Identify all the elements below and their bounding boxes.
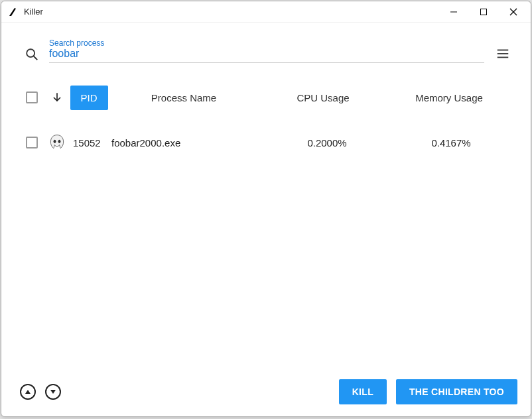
search-field[interactable]: Search process [49,38,484,63]
svg-rect-1 [480,9,486,15]
content-area: Search process PID Process Na [1,23,531,374]
cell-pid: 15052 [70,137,107,149]
titlebar: Killer [1,1,531,23]
kill-button[interactable]: KILL [339,379,387,404]
table-header: PID Process Name CPU Usage Memory Usage [20,83,512,112]
kill-children-button[interactable]: THE CHILDREN TOO [396,379,517,404]
svg-line-5 [34,56,38,60]
window-controls [438,2,528,22]
sort-direction-icon[interactable] [44,91,70,104]
select-all-checkbox[interactable] [20,91,44,103]
menu-button[interactable] [494,44,512,63]
close-button[interactable] [498,2,528,22]
row-checkbox[interactable] [20,137,44,149]
maximize-button[interactable] [468,2,498,22]
cell-mem: 0.4167% [390,137,512,149]
svg-marker-12 [25,390,31,394]
app-icon [8,7,19,17]
svg-point-11 [58,140,61,143]
window-title: Killer [24,7,438,17]
search-icon [24,47,40,63]
search-row: Search process [20,34,512,67]
scroll-down-button[interactable] [45,384,61,400]
pid-header-chip: PID [70,86,108,110]
svg-point-4 [27,49,34,57]
search-input[interactable] [49,48,484,61]
table-row[interactable]: 15052 foobar2000.exe 0.2000% 0.4167% [20,129,512,156]
footer: KILL THE CHILDREN TOO [1,374,531,416]
scroll-up-button[interactable] [20,384,36,400]
cell-name: foobar2000.exe [111,137,264,149]
cell-cpu: 0.2000% [264,137,390,149]
app-window: Killer Search process [1,1,531,417]
column-header-pid[interactable]: PID [70,86,107,110]
minimize-button[interactable] [438,2,468,22]
svg-marker-13 [50,390,56,394]
column-header-mem[interactable]: Memory Usage [386,92,512,103]
svg-point-10 [54,140,56,143]
search-label: Search process [49,38,484,48]
process-icon [44,133,70,152]
column-header-cpu[interactable]: CPU Usage [260,92,386,103]
column-header-name[interactable]: Process Name [107,92,260,103]
